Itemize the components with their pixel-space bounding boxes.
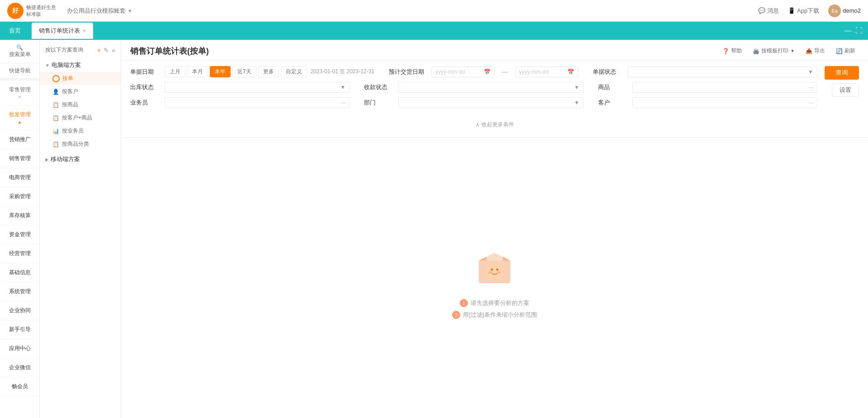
content-area: 按以下方案查询 + ✎ « ▼ 电脑端方案 按单 👤 按客户 [40, 40, 868, 418]
scheme-icon-table1: 📋 [52, 102, 59, 108]
date-range-text: 2023-01-01 至 2023-12-31 [311, 68, 374, 76]
dropdown-icon[interactable]: ▼ [127, 8, 132, 14]
add-scheme-button[interactable]: + [97, 47, 101, 54]
sidebar-item-sales[interactable]: 销售管理 [0, 149, 39, 168]
top-bar-left: 好 畅捷通好生意 标准版 办公用品行业模拟账套 ▼ [7, 3, 132, 19]
mobile-scheme-group: ▶ 移动端方案 [40, 152, 121, 166]
sidebar-search[interactable]: 🔍 搜索菜单 [0, 40, 39, 63]
customer-field[interactable]: ··· [632, 97, 817, 108]
collapse-button[interactable]: ∧ 收起更多条件 [130, 117, 859, 132]
calendar-icon-start: 📅 [484, 69, 491, 75]
last-month-button[interactable]: 上月 [165, 66, 185, 77]
setting-button[interactable]: 设置 [832, 83, 859, 97]
export-button[interactable]: 📤 导出 [802, 45, 829, 57]
doc-status-select[interactable]: ▼ [627, 66, 817, 77]
left-panel-header: 按以下方案查询 + ✎ « [40, 43, 121, 57]
tab-fullscreen-icon[interactable]: ⛶ [855, 27, 863, 35]
user-area[interactable]: Ea demo2 [828, 5, 861, 17]
customer-dots-icon[interactable]: ··· [809, 100, 813, 106]
mobile-group-title[interactable]: ▶ 移动端方案 [40, 152, 121, 166]
out-status-dropdown-icon: ▼ [340, 84, 345, 90]
sidebar-item-finance[interactable]: 资金管理 [0, 225, 39, 244]
scheme-by-staff[interactable]: 📊 按业务员 [40, 124, 121, 138]
sidebar-item-operations[interactable]: 经营管理 [0, 244, 39, 263]
collapse-panel-button[interactable]: « [112, 47, 115, 54]
avatar: Ea [828, 5, 841, 17]
app-title-area[interactable]: 办公用品行业模拟账套 ▼ [67, 7, 132, 15]
sidebar-item-inventory[interactable]: 库存核算 [0, 206, 39, 225]
receipt-status-select[interactable]: ▼ [398, 82, 583, 93]
pc-scheme-group: ▼ 电脑端方案 按单 👤 按客户 📋 按商品 📋 按客户+商品 [40, 58, 121, 151]
empty-hint-1: 1 请先选择要分析的方案 [460, 299, 529, 307]
filter-area: 单据日期 上月 本月 本年 近7天 更多 自定义 2023-01-01 至 20… [121, 61, 868, 138]
purchase-label: 采购管理 [9, 193, 31, 200]
export-icon: 📤 [806, 48, 812, 54]
empty-illustration [467, 236, 522, 290]
scheme-by-category[interactable]: 📋 按商品分类 [40, 138, 121, 151]
sidebar-item-marketing[interactable]: 营销推广 [0, 130, 39, 149]
basic-label: 基础信息 [9, 269, 31, 276]
sidebar-item-basic[interactable]: 基础信息 [0, 263, 39, 282]
sidebar-item-system[interactable]: 系统管理 [0, 282, 39, 301]
scheme-by-customer[interactable]: 👤 按客户 [40, 85, 121, 98]
sidebar-item-wholesale[interactable]: 批发管理 ▲ [0, 105, 39, 130]
tab-close-button[interactable]: × [83, 28, 86, 34]
help-button[interactable]: ❓ 帮助 [719, 45, 745, 57]
goods-field[interactable]: ··· [632, 82, 817, 93]
tab-home[interactable]: 首页 [0, 22, 30, 40]
query-button[interactable]: 查询 [825, 66, 859, 80]
svg-point-7 [488, 271, 492, 273]
sidebar-item-ecommerce[interactable]: 电商管理 [0, 168, 39, 187]
sidebar-item-enterprise[interactable]: 企业协同 [0, 301, 39, 320]
sidebar-item-appstore[interactable]: 应用中心 [0, 339, 39, 358]
tab-active[interactable]: 销售订单统计表 × [32, 23, 93, 39]
more-button[interactable]: 更多 [258, 66, 279, 77]
staff-field[interactable]: ··· [165, 97, 349, 108]
operations-label: 经营管理 [9, 250, 31, 257]
goods-dots-icon[interactable]: ··· [809, 84, 813, 90]
sidebar-item-retail[interactable]: 零售管理 ▼ [0, 81, 39, 105]
svg-marker-2 [479, 256, 486, 261]
sidebar-item-wechat[interactable]: 企业微信 [0, 358, 39, 377]
calendar-icon-end: 📅 [567, 69, 574, 75]
tab-bar-right: — ⛶ [844, 27, 868, 35]
dept-select[interactable]: ▼ [398, 97, 583, 108]
page-title: 销售订单统计表(按单) [130, 46, 209, 57]
sidebar-item-purchase[interactable]: 采购管理 [0, 187, 39, 206]
pc-group-title[interactable]: ▼ 电脑端方案 [40, 58, 121, 72]
message-icon: 💬 [758, 7, 765, 14]
this-month-button[interactable]: 本月 [187, 66, 208, 77]
print-dropdown-icon[interactable]: ▼ [790, 48, 795, 53]
appstore-label: 应用中心 [9, 345, 31, 352]
expected-date-end[interactable]: yyyy-mm-dd 📅 [515, 66, 578, 77]
this-year-button[interactable]: 本年 [210, 66, 231, 77]
page-header-actions: ❓ 帮助 🖨️ 按模板打印 ▼ 📤 导出 🔄 刷新 [719, 45, 859, 57]
expected-date-start[interactable]: yyyy-mm-dd 📅 [431, 66, 495, 77]
print-button[interactable]: 🖨️ 按模板打印 ▼ [749, 45, 798, 57]
expand-arrow-mobile: ▶ [45, 157, 49, 162]
app-download-button[interactable]: 📱 App下载 [788, 7, 819, 15]
print-icon: 🖨️ [753, 48, 760, 54]
retail-arrow: ▼ [18, 95, 22, 100]
marketing-label: 营销推广 [9, 136, 31, 143]
panel-title: 按以下方案查询 [45, 46, 83, 54]
edit-scheme-button[interactable]: ✎ [104, 47, 109, 54]
sidebar-quick-nav[interactable]: 快捷导航 [0, 63, 39, 79]
inventory-label: 库存核算 [9, 212, 31, 219]
tab-minimize-icon[interactable]: — [844, 27, 852, 35]
sidebar-item-newbie[interactable]: 新手引导 [0, 320, 39, 339]
ecommerce-label: 电商管理 [9, 174, 31, 181]
scheme-by-goods[interactable]: 📋 按商品 [40, 98, 121, 111]
staff-dots-icon[interactable]: ··· [341, 100, 345, 106]
refresh-button[interactable]: 🔄 刷新 [832, 45, 859, 57]
sidebar-item-member[interactable]: 畅会员 [0, 377, 39, 396]
scheme-by-order[interactable]: 按单 [40, 72, 121, 85]
custom-button[interactable]: 自定义 [281, 66, 307, 77]
out-status-select[interactable]: ▼ [165, 82, 349, 93]
svg-point-4 [486, 263, 504, 279]
scheme-by-customer-goods[interactable]: 📋 按客户+商品 [40, 111, 121, 124]
main-layout: 🔍 搜索菜单 快捷导航 零售管理 ▼ 批发管理 ▲ 营销推广 销售管理 电商管理… [0, 40, 868, 418]
logo-area: 好 畅捷通好生意 标准版 [7, 3, 56, 19]
message-button[interactable]: 💬 消息 [758, 7, 779, 15]
last7-button[interactable]: 近7天 [232, 66, 256, 77]
